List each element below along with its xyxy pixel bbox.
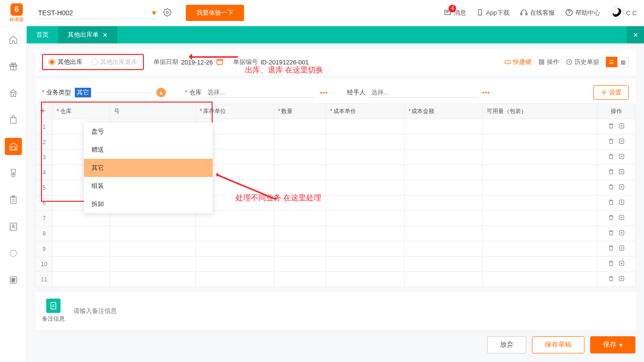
logo-icon: 6 xyxy=(10,3,23,16)
phone-icon xyxy=(477,9,483,18)
help-link[interactable]: 帮助中心 xyxy=(565,9,600,18)
help-icon xyxy=(565,9,573,18)
chevron-down-icon: ▼ xyxy=(151,9,157,17)
logo: 6 标准版 xyxy=(7,3,26,23)
avatar xyxy=(611,6,624,20)
message-badge: 4 xyxy=(449,5,456,12)
svg-rect-4 xyxy=(521,13,522,15)
top-header: 6 标准版 TEST-H002 ▼ 我要体验一下 4 消息 App下载 在线客服 xyxy=(0,0,644,26)
messages-link[interactable]: 4 消息 xyxy=(444,9,466,18)
edition-label: 标准版 xyxy=(10,16,24,23)
org-selector[interactable]: TEST-H002 ▼ xyxy=(38,7,157,19)
org-name: TEST-H002 xyxy=(38,9,73,17)
header-right: 4 消息 App下载 在线客服 帮助中心 C C xyxy=(444,6,637,20)
headset-icon xyxy=(520,9,528,18)
service-link[interactable]: 在线客服 xyxy=(520,9,555,18)
svg-point-7 xyxy=(569,14,569,14)
app-download-link[interactable]: App下载 xyxy=(477,9,509,18)
user-menu[interactable]: C C xyxy=(611,6,637,20)
svg-point-0 xyxy=(166,11,169,13)
svg-rect-5 xyxy=(526,13,527,15)
gear-icon[interactable] xyxy=(163,8,172,18)
try-button[interactable]: 我要体验一下 xyxy=(186,5,244,21)
